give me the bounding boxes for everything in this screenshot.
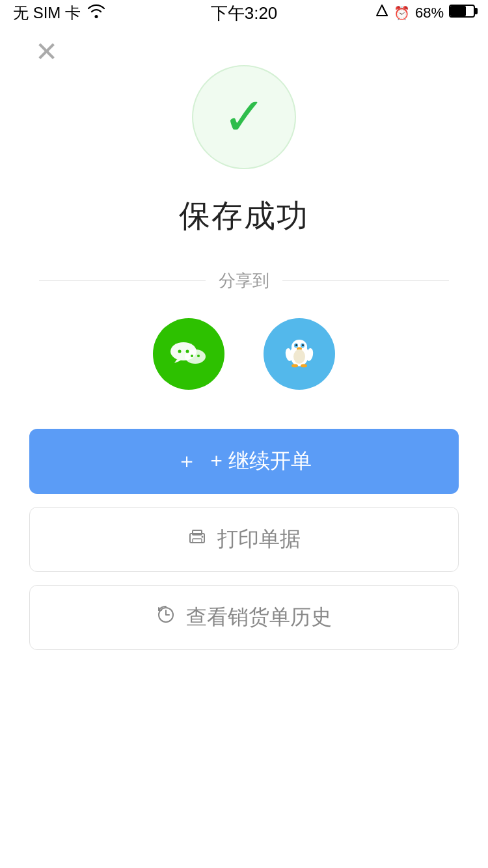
svg-line-0 <box>382 5 387 16</box>
close-button[interactable]: ✕ <box>30 36 62 68</box>
sim-label: 无 SIM 卡 <box>13 3 81 23</box>
svg-point-6 <box>197 355 200 357</box>
status-bar: 无 SIM 卡 下午3:20 ⏰ 68% <box>0 0 488 26</box>
share-section: 分享到 <box>0 269 488 390</box>
success-title: 保存成功 <box>179 195 309 237</box>
wifi-icon <box>87 4 105 22</box>
status-left: 无 SIM 卡 <box>13 3 105 23</box>
print-icon <box>187 527 207 552</box>
svg-point-15 <box>291 364 298 368</box>
action-buttons: ＋ + 继续开单 打印单据 <box>29 429 459 650</box>
svg-point-16 <box>301 364 307 368</box>
print-button[interactable]: 打印单据 <box>29 507 459 572</box>
main-content: ✓ 保存成功 分享到 <box>0 26 488 650</box>
continue-label: + 继续开单 <box>210 447 312 476</box>
svg-point-12 <box>302 344 304 346</box>
wechat-share-button[interactable] <box>153 318 224 390</box>
success-circle: ✓ <box>192 65 296 169</box>
svg-point-3 <box>178 350 182 353</box>
share-divider: 分享到 <box>0 269 488 292</box>
qq-icon <box>280 335 318 373</box>
svg-point-22 <box>202 536 204 538</box>
svg-point-4 <box>186 350 189 353</box>
status-right: ⏰ 68% <box>375 4 475 22</box>
history-icon <box>156 605 176 630</box>
divider-right <box>282 280 449 281</box>
alarm-icon: ⏰ <box>394 5 410 21</box>
share-label: 分享到 <box>219 269 269 292</box>
continue-button[interactable]: ＋ + 继续开单 <box>29 429 459 494</box>
checkmark-icon: ✓ <box>223 91 266 143</box>
divider-left <box>39 280 206 281</box>
svg-point-11 <box>295 344 297 346</box>
print-label: 打印单据 <box>217 525 301 554</box>
svg-point-5 <box>191 355 193 357</box>
close-icon: ✕ <box>35 38 58 66</box>
location-icon <box>375 4 388 22</box>
share-icons <box>153 318 335 390</box>
wechat-icon <box>167 332 211 376</box>
battery-pct: 68% <box>415 5 444 21</box>
svg-point-14 <box>293 349 305 364</box>
battery-icon <box>449 5 475 21</box>
history-button[interactable]: 查看销货单历史 <box>29 585 459 650</box>
history-label: 查看销货单历史 <box>186 603 332 632</box>
time-display: 下午3:20 <box>211 2 278 25</box>
qq-share-button[interactable] <box>264 318 335 390</box>
continue-plus-icon: ＋ <box>176 447 197 476</box>
